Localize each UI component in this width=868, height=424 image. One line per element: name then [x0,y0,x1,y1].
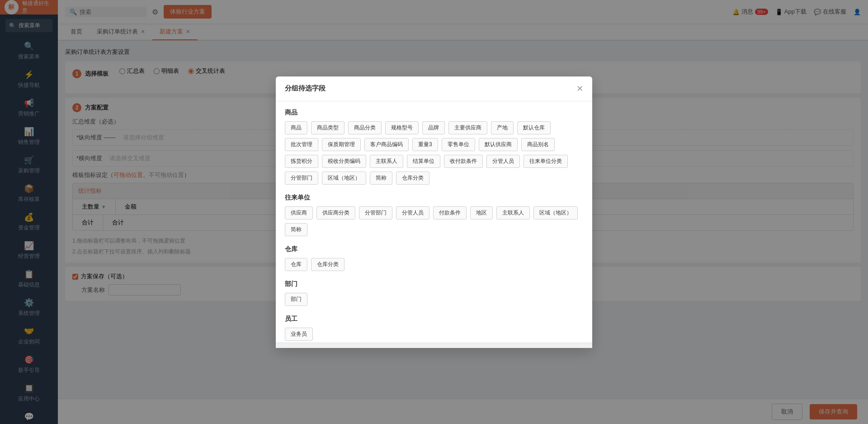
field-tag[interactable]: 保质期管理 [322,138,361,151]
field-tag[interactable]: 商品分类 [348,121,382,134]
field-section-部门: 部门部门 [285,280,583,306]
field-tag[interactable]: 区域（地区） [533,206,578,219]
field-tag[interactable]: 零售单位 [442,138,475,151]
field-tag[interactable]: 供应商分类 [316,206,355,219]
field-tag[interactable]: 分管部门 [359,206,392,219]
dialog-title: 分组待选字段 [285,84,326,93]
field-tag[interactable]: 重量3 [412,138,438,151]
field-tag[interactable]: 地区 [470,206,493,219]
dialog-header: 分组待选字段 ✕ [276,76,592,101]
field-tag[interactable]: 付款条件 [433,206,467,219]
field-tag[interactable]: 主联系人 [496,206,530,219]
field-section-title: 商品 [285,109,583,117]
field-section-title: 部门 [285,280,583,288]
field-tag[interactable]: 业务员 [285,328,313,341]
field-tag[interactable]: 商品别名 [521,138,555,151]
field-tag[interactable]: 结算单位 [407,155,440,168]
field-tag[interactable]: 简称 [285,223,307,236]
dialog-body: 商品商品商品类型商品分类规格型号品牌主要供应商产地默认仓库批次管理保质期管理客户… [276,101,592,343]
field-section-仓库: 仓库仓库仓库分类 [285,245,583,271]
field-section-title: 往来单位 [285,194,583,202]
field-section-title: 员工 [285,315,583,323]
field-section-商品: 商品商品商品类型商品分类规格型号品牌主要供应商产地默认仓库批次管理保质期管理客户… [285,109,583,185]
field-tag[interactable]: 分管人员 [396,206,429,219]
field-tag[interactable]: 商品类型 [311,121,344,134]
field-grid: 商品商品类型商品分类规格型号品牌主要供应商产地默认仓库批次管理保质期管理客户商品… [285,121,583,185]
field-tag[interactable]: 批次管理 [285,138,318,151]
field-tag[interactable]: 往来单位分类 [524,155,568,168]
field-tag[interactable]: 分管人员 [486,155,520,168]
field-tag[interactable]: 主联系人 [370,155,403,168]
field-tag[interactable]: 默认仓库 [517,121,551,134]
dialog-hscroll[interactable] [276,343,592,348]
field-tag[interactable]: 供应商 [285,206,313,219]
field-tag[interactable]: 主要供应商 [448,121,487,134]
field-grid: 仓库仓库分类 [285,258,583,271]
field-grid: 部门 [285,293,583,306]
field-tag[interactable]: 区域（地区） [322,172,366,185]
field-tag[interactable]: 仓库分类 [396,172,429,185]
field-tag[interactable]: 客户商品编码 [364,138,409,151]
field-tag[interactable]: 商品 [285,121,307,134]
field-section-员工: 员工业务员 [285,315,583,341]
field-tag[interactable]: 仓库 [285,258,307,271]
field-tag[interactable]: 仓库分类 [311,258,344,271]
field-grid: 供应商供应商分类分管部门分管人员付款条件地区主联系人区域（地区）简称 [285,206,583,236]
field-tag[interactable]: 产地 [491,121,514,134]
field-tag[interactable]: 收付款条件 [444,155,483,168]
field-section-title: 仓库 [285,245,583,253]
field-tag[interactable]: 品牌 [422,121,445,134]
field-tag[interactable]: 简称 [370,172,392,185]
field-tag[interactable]: 税收分类编码 [322,155,366,168]
field-section-往来单位: 往来单位供应商供应商分类分管部门分管人员付款条件地区主联系人区域（地区）简称 [285,194,583,236]
field-tag[interactable]: 规格型号 [385,121,419,134]
field-tag[interactable]: 默认供应商 [479,138,518,151]
dialog: 分组待选字段 ✕ 商品商品商品类型商品分类规格型号品牌主要供应商产地默认仓库批次… [276,76,592,348]
field-tag[interactable]: 拣货积分 [285,155,318,168]
field-grid: 业务员 [285,328,583,341]
dialog-close-button[interactable]: ✕ [576,84,583,94]
field-tag[interactable]: 部门 [285,293,307,306]
field-tag[interactable]: 分管部门 [285,172,318,185]
